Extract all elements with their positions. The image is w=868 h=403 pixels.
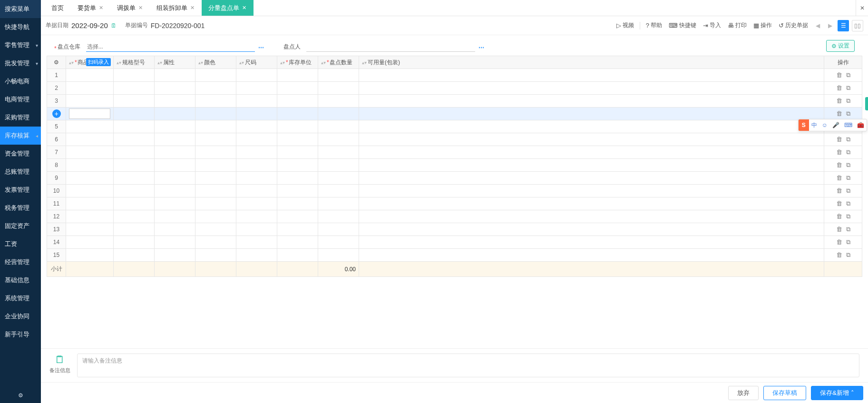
tab-requisition[interactable]: 要货单✕: [71, 0, 110, 16]
grid-cell[interactable]: [236, 172, 277, 185]
grid-cell[interactable]: [277, 95, 318, 108]
grid-cell[interactable]: [155, 95, 195, 108]
grid-cell[interactable]: [155, 197, 195, 210]
grid-cell[interactable]: [236, 120, 277, 133]
row-number[interactable]: 6: [47, 133, 66, 146]
grid-cell[interactable]: [236, 185, 277, 197]
grid-cell[interactable]: [155, 210, 195, 223]
grid-cell[interactable]: [66, 185, 114, 197]
row-number[interactable]: 7: [47, 146, 66, 159]
close-icon[interactable]: ✕: [99, 5, 103, 11]
grid-cell[interactable]: [195, 210, 236, 223]
grid-cell[interactable]: [114, 185, 155, 197]
grid-cell[interactable]: [195, 223, 236, 236]
copy-icon[interactable]: ⧉: [846, 213, 850, 220]
sidebar-item-invoice[interactable]: 发票管理: [0, 181, 41, 199]
shortcut-link[interactable]: ⌨快捷键: [667, 20, 698, 31]
table-row[interactable]: 12🗑⧉: [47, 210, 862, 223]
grid-cell[interactable]: [359, 197, 824, 210]
delete-icon[interactable]: 🗑: [836, 238, 842, 246]
date-value[interactable]: 2022-09-20: [71, 21, 108, 29]
remark-input[interactable]: 请输入备注信息: [77, 354, 859, 377]
grid-cell[interactable]: [66, 95, 114, 108]
grid-cell[interactable]: [195, 236, 236, 249]
col-attr[interactable]: ▴▾属性: [155, 56, 195, 69]
grid-cell[interactable]: [277, 159, 318, 172]
col-available[interactable]: ▴▾可用量(包装): [359, 56, 824, 69]
grid-cell[interactable]: [277, 108, 318, 120]
table-row[interactable]: 7🗑⧉: [47, 146, 862, 159]
copy-icon[interactable]: ⧉: [846, 136, 850, 143]
remark-toggle[interactable]: 🗒 备注信息: [49, 354, 70, 374]
sidebar-item-search[interactable]: 搜索菜单: [0, 0, 41, 18]
grid-cell[interactable]: [195, 159, 236, 172]
grid-cell[interactable]: [195, 95, 236, 108]
grid-cell[interactable]: [236, 133, 277, 146]
scan-badge[interactable]: 扫码录入: [86, 58, 111, 66]
grid-cell[interactable]: [277, 197, 318, 210]
grid-cell[interactable]: [359, 133, 824, 146]
grid-cell[interactable]: [66, 133, 114, 146]
grid-cell[interactable]: [114, 197, 155, 210]
tab-transfer[interactable]: 调拨单✕: [110, 0, 150, 16]
grid-cell[interactable]: [155, 185, 195, 197]
close-icon[interactable]: ✕: [190, 5, 195, 11]
sidebar-item-ecommerce[interactable]: 电商管理: [0, 90, 41, 108]
grid-cell[interactable]: [155, 249, 195, 262]
nav-prev[interactable]: ◀: [813, 21, 822, 30]
grid-cell[interactable]: [66, 108, 114, 120]
grid-cell[interactable]: [318, 120, 359, 133]
row-number[interactable]: 11: [47, 197, 66, 210]
row-number[interactable]: 8: [47, 159, 66, 172]
sidebar-item-fixedasset[interactable]: 固定资产: [0, 217, 41, 235]
table-row[interactable]: 2🗑⧉: [47, 82, 862, 95]
grid-cell[interactable]: [236, 82, 277, 95]
delete-icon[interactable]: 🗑: [836, 226, 842, 233]
grid-cell[interactable]: [318, 185, 359, 197]
row-number[interactable]: 15: [47, 249, 66, 262]
col-unit[interactable]: ▴▾*库存单位: [277, 56, 318, 69]
grid-cell[interactable]: [359, 69, 824, 82]
delete-icon[interactable]: 🗑: [836, 97, 842, 104]
close-icon[interactable]: ✕: [242, 5, 246, 11]
grid-cell[interactable]: [277, 236, 318, 249]
grid-cell[interactable]: [66, 146, 114, 159]
table-row[interactable]: 15🗑⧉: [47, 249, 862, 262]
sidebar-item-quicknav[interactable]: 快捷导航: [0, 18, 41, 36]
grid-cell[interactable]: [114, 133, 155, 146]
grid-cell[interactable]: [114, 210, 155, 223]
grid-cell[interactable]: [277, 249, 318, 262]
add-row-button[interactable]: +: [52, 109, 61, 118]
grid-cell[interactable]: [236, 236, 277, 249]
grid-cell[interactable]: [114, 159, 155, 172]
grid-cell[interactable]: [114, 120, 155, 133]
grid-cell[interactable]: [318, 249, 359, 262]
edge-handle[interactable]: [865, 97, 868, 110]
grid-cell[interactable]: [359, 159, 824, 172]
grid-cell[interactable]: [277, 172, 318, 185]
close-all-tabs[interactable]: ✕: [856, 0, 868, 16]
copy-icon[interactable]: ⧉: [846, 84, 850, 91]
person-input[interactable]: [306, 42, 475, 52]
grid-cell[interactable]: [155, 146, 195, 159]
copy-icon[interactable]: ⧉: [846, 174, 850, 181]
sidebar-item-wholesale[interactable]: 批发管理▾: [0, 54, 41, 72]
row-number[interactable]: 9: [47, 172, 66, 185]
cell-input[interactable]: [69, 108, 110, 119]
grid-cell[interactable]: [155, 236, 195, 249]
sidebar-item-system[interactable]: 系统管理: [0, 289, 41, 307]
grid-cell[interactable]: [155, 82, 195, 95]
row-number[interactable]: +: [47, 108, 66, 120]
settings-button[interactable]: ⚙设置: [826, 40, 855, 52]
grid-cell[interactable]: [155, 120, 195, 133]
delete-icon[interactable]: 🗑: [836, 136, 842, 143]
grid-cell[interactable]: [359, 236, 824, 249]
grid-cell[interactable]: [195, 133, 236, 146]
grid-cell[interactable]: [359, 95, 824, 108]
grid-cell[interactable]: [66, 82, 114, 95]
grid-cell[interactable]: [66, 197, 114, 210]
delete-icon[interactable]: 🗑: [836, 251, 842, 258]
sidebar-item-tax[interactable]: 税务管理: [0, 199, 41, 217]
grid-cell[interactable]: [277, 185, 318, 197]
grid-cell[interactable]: [195, 69, 236, 82]
